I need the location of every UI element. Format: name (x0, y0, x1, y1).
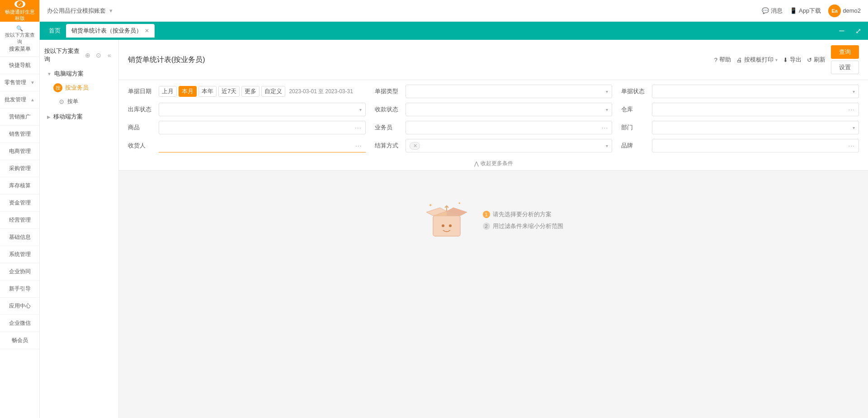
tree-desktop-label: 电脑端方案 (54, 70, 84, 78)
left-panel-header: 按以下方案查询 ⊕ ⊙ « (40, 44, 118, 66)
app-logo: ✓ 畅捷通好生意 标版 (0, 0, 39, 22)
panel-edit-btn[interactable]: ⊙ (94, 51, 103, 60)
help-btn[interactable]: ? 帮助 (714, 56, 731, 64)
date-btn-thismonth[interactable]: 本月 (179, 86, 197, 97)
search-icon: 🔍 (16, 25, 23, 32)
receiptstatus-select[interactable]: ▾ (406, 103, 613, 116)
filter-receiptstatus: 收款状态 ▾ (375, 103, 613, 116)
svg-text:✦: ✦ (429, 203, 432, 208)
finance-label: 资金管理 (9, 200, 31, 206)
sidebar-item-appcenter[interactable]: 应用中心 (0, 298, 39, 315)
sidebar: ✓ 畅捷通好生意 标版 🔍 按以下方案查询 搜索菜单 快捷导航 零售管理 ▼ 批… (0, 0, 40, 418)
user-avatar: Ea (828, 5, 841, 17)
department-label: 部门 (621, 124, 652, 132)
sidebar-item-purchase[interactable]: 采购管理 (0, 160, 39, 177)
doctype-select[interactable]: ▾ (406, 85, 613, 98)
export-btn[interactable]: ⬇ 导出 (783, 56, 802, 64)
tree-grandchild-bydoc[interactable]: ⚙ 按单 (40, 95, 118, 108)
sidebar-item-wholesale[interactable]: 批发管理 ▲ (0, 91, 39, 109)
docstatus-dropdown-icon: ▾ (853, 89, 855, 94)
consignee-dots: ··· (355, 142, 362, 149)
filter-grid: 单据日期 上月 本月 本年 近7天 更多 自定义 2023-03-01 至 20… (128, 85, 859, 157)
sidebar-item-marketing[interactable]: 营销推广 (0, 109, 39, 126)
department-select[interactable]: ▾ (652, 121, 859, 134)
date-btn-custom[interactable]: 自定义 (261, 86, 285, 97)
search-label: 按以下方案查询 (3, 32, 37, 45)
settlement-clear-icon[interactable]: ✕ (413, 143, 417, 149)
app-download-btn[interactable]: 📱 App下载 (790, 7, 821, 15)
collapse-icon: « (108, 52, 111, 59)
brand-dots: ··· (848, 142, 855, 149)
tree-section-desktop: ▼ 电脑端方案 按 按业务员 ⚙ 按单 (40, 66, 118, 109)
date-btn-more[interactable]: 更多 (241, 86, 259, 97)
tab-sales-stat[interactable]: 销货单统计表（按业务员） ✕ (66, 24, 155, 38)
tree-child-bystaff[interactable]: 按 按业务员 (40, 81, 118, 95)
top-bar-right: 💬 消息 📱 App下载 Ea demo2 (762, 5, 861, 17)
refresh-btn[interactable]: ↺ 刷新 (807, 56, 826, 64)
panel-actions: ⊕ ⊙ « (83, 51, 114, 60)
warehouse-select[interactable]: ··· (652, 103, 859, 116)
sidebar-search[interactable]: 🔍 按以下方案查询 搜索菜单 (0, 22, 39, 57)
sidebar-item-quicknav[interactable]: 快捷导航 (0, 57, 39, 74)
date-btn-thisyear[interactable]: 本年 (198, 86, 217, 97)
panel-collapse-btn[interactable]: « (105, 51, 114, 60)
date-btn-7days[interactable]: 近7天 (218, 86, 240, 97)
sidebar-item-wechat[interactable]: 企业微信 (0, 315, 39, 332)
setting-icon: ⚙ (59, 98, 65, 105)
message-btn[interactable]: 💬 消息 (762, 7, 783, 15)
page-title: 销货单统计表(按业务员) (128, 55, 205, 65)
bydoc-label: 按单 (67, 98, 78, 105)
outstatus-select[interactable]: ▾ (159, 103, 366, 116)
staff-select[interactable]: ··· (406, 121, 613, 134)
tab-minimize-icon[interactable]: ─ (835, 24, 848, 37)
print-btn[interactable]: 🖨 按模板打印 ▾ (736, 56, 778, 64)
tab-home[interactable]: 首页 (43, 24, 66, 38)
sidebar-item-retail[interactable]: 零售管理 ▼ (0, 74, 39, 91)
member-label: 畅会员 (12, 337, 28, 343)
brand-label: 品牌 (621, 142, 652, 150)
tab-close-icon[interactable]: ✕ (145, 28, 149, 34)
tree-desktop-parent[interactable]: ▼ 电脑端方案 (40, 67, 118, 81)
sidebar-item-basics[interactable]: 基础信息 (0, 229, 39, 246)
wholesale-label: 批发管理 (5, 96, 26, 104)
collapse-btn[interactable]: ⋀ 收起更多条件 (474, 160, 513, 167)
sidebar-item-newuser[interactable]: 新手引导 (0, 280, 39, 298)
settlement-dropdown-icon: ▾ (606, 143, 608, 148)
sidebar-item-member[interactable]: 畅会员 (0, 332, 39, 349)
bystaff-label: 按业务员 (65, 84, 89, 92)
empty-tip-2: 2 用过滤条件来缩小分析范围 (483, 222, 563, 230)
docstatus-select[interactable]: ▾ (652, 85, 859, 98)
filter-brand: 品牌 ··· (621, 139, 859, 152)
export-icon: ⬇ (783, 57, 788, 63)
tree-section-mobile: ▶ 移动端方案 (40, 109, 118, 124)
sidebar-item-sales[interactable]: 销售管理 (0, 126, 39, 143)
empty-tips: 1 请先选择要分析的方案 2 用过滤条件来缩小分析范围 (483, 210, 563, 230)
settlement-select[interactable]: ✕ ▾ (406, 139, 613, 152)
setting-button[interactable]: 设置 (831, 61, 859, 74)
goods-label: 商品 (128, 124, 159, 132)
panel-add-btn[interactable]: ⊕ (83, 51, 92, 60)
sidebar-item-enterprise[interactable]: 企业协同 (0, 263, 39, 280)
sidebar-item-system[interactable]: 系统管理 (0, 246, 39, 263)
tree-mobile-parent[interactable]: ▶ 移动端方案 (40, 110, 118, 124)
sidebar-item-operations[interactable]: 经营管理 (0, 212, 39, 229)
refresh-label: 刷新 (814, 56, 826, 64)
sidebar-item-ecommerce[interactable]: 电商管理 (0, 143, 39, 160)
system-label: 系统管理 (9, 251, 31, 257)
filter-warehouse: 仓库 ··· (621, 103, 859, 116)
goods-select[interactable]: ··· (159, 121, 366, 134)
tab-maximize-icon[interactable]: ⤢ (852, 24, 864, 37)
receiptstatus-dropdown-icon: ▾ (606, 107, 608, 112)
sidebar-item-finance[interactable]: 资金管理 (0, 195, 39, 212)
user-name: demo2 (843, 7, 861, 14)
date-btn-lastmonth[interactable]: 上月 (159, 86, 177, 97)
account-dropdown-icon[interactable]: ▾ (109, 7, 113, 14)
collapse-up-icon: ⋀ (474, 161, 479, 167)
help-label: 帮助 (719, 56, 731, 64)
brand-select[interactable]: ··· (652, 139, 859, 152)
consignee-input[interactable]: ··· (159, 139, 366, 152)
department-dropdown-icon: ▾ (853, 125, 855, 130)
query-button[interactable]: 查询 (831, 45, 859, 59)
sidebar-item-inventory[interactable]: 库存核算 (0, 177, 39, 195)
user-profile[interactable]: Ea demo2 (828, 5, 861, 17)
